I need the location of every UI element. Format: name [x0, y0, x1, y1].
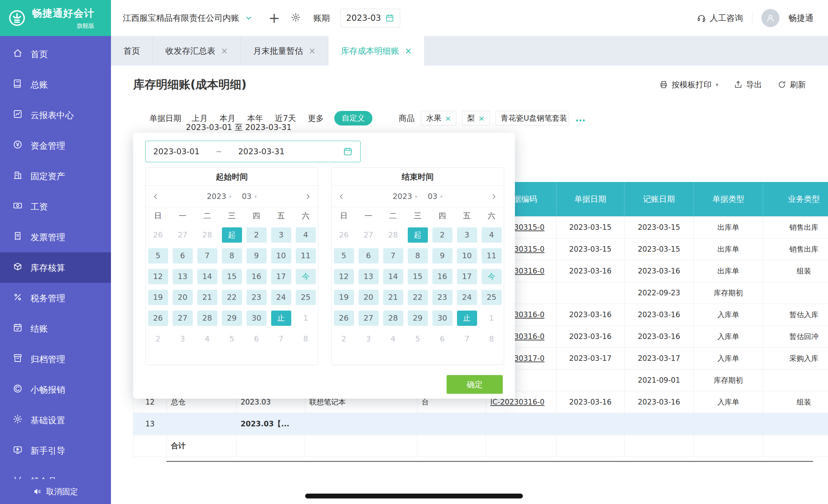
calendar-day[interactable]: 2: [244, 225, 269, 245]
tab-close-icon[interactable]: ×: [405, 46, 412, 56]
calendar-day[interactable]: 27: [170, 225, 195, 245]
calendar-day[interactable]: 16: [244, 266, 269, 287]
calendar-day[interactable]: 28: [195, 308, 219, 329]
calendar-day[interactable]: 3: [170, 329, 195, 349]
calendar-day[interactable]: 2: [146, 329, 170, 349]
calendar-day[interactable]: 8: [405, 245, 430, 266]
calendar-day[interactable]: 22: [219, 287, 244, 308]
company-select[interactable]: 江西服宝精品有限责任公司内账: [123, 12, 253, 24]
month-select[interactable]: 03▾: [242, 192, 257, 201]
calendar-day[interactable]: 止: [455, 308, 479, 329]
calendar-day[interactable]: 28: [381, 308, 405, 329]
refresh-button[interactable]: 刷新: [777, 79, 806, 90]
calendar-day[interactable]: 5: [219, 329, 244, 349]
calendar-day[interactable]: 26: [146, 308, 170, 329]
calendar-day[interactable]: 27: [356, 308, 381, 329]
calendar-day[interactable]: 6: [356, 245, 381, 266]
calendar-day[interactable]: 4: [293, 225, 318, 245]
calendar-day[interactable]: 12: [331, 266, 356, 287]
next-month-icon[interactable]: [304, 193, 312, 200]
calendar-day[interactable]: 27: [170, 308, 195, 329]
calendar-day[interactable]: 14: [381, 266, 405, 287]
calendar-day[interactable]: 25: [293, 287, 318, 308]
calendar-day[interactable]: 10: [269, 245, 293, 266]
prev-month-icon[interactable]: [338, 193, 345, 200]
prev-month-icon[interactable]: [152, 193, 159, 200]
calendar-day[interactable]: 8: [219, 245, 244, 266]
calendar-day[interactable]: 13: [356, 266, 381, 287]
sidebar-item-payroll[interactable]: 工资: [0, 191, 111, 222]
calendar-day[interactable]: 23: [430, 287, 455, 308]
custom-range-button[interactable]: 自定义: [334, 111, 372, 125]
calendar-day[interactable]: 4: [195, 329, 219, 349]
calendar-day[interactable]: 19: [331, 287, 356, 308]
calendar-day[interactable]: 26: [331, 308, 356, 329]
calendar-day[interactable]: 9: [430, 245, 455, 266]
year-select[interactable]: 2023▾: [207, 192, 231, 201]
calendar-day[interactable]: 3: [455, 225, 479, 245]
period-picker[interactable]: 2023-03: [340, 9, 400, 27]
calendar-day[interactable]: 26: [146, 225, 170, 245]
calendar-day[interactable]: 24: [455, 287, 479, 308]
calendar-day[interactable]: 15: [405, 266, 430, 287]
calendar-day[interactable]: 8: [479, 329, 504, 349]
sidebar-item-cloud-reports[interactable]: 云报表中心: [0, 100, 111, 130]
calendar-day[interactable]: 27: [356, 225, 381, 245]
calendar-day[interactable]: 7: [381, 245, 405, 266]
tab-in-out-summary[interactable]: 收发存汇总表×: [153, 36, 241, 66]
calendar-day[interactable]: 1: [479, 308, 504, 329]
sidebar-item-home[interactable]: 首页: [0, 39, 111, 69]
calendar-day[interactable]: 17: [455, 266, 479, 287]
calendar-day[interactable]: 29: [405, 308, 430, 329]
confirm-button[interactable]: 确定: [447, 375, 503, 394]
sidebar-item-inventory[interactable]: 库存核算: [0, 252, 111, 283]
next-month-icon[interactable]: [490, 193, 498, 200]
sidebar-item-invoices[interactable]: 发票管理: [0, 222, 111, 252]
calendar-day[interactable]: 9: [244, 245, 269, 266]
sidebar-item-guide[interactable]: 新手引导: [0, 435, 111, 466]
calendar-day[interactable]: 2: [430, 225, 455, 245]
calendar-day[interactable]: 22: [405, 287, 430, 308]
calendar-day[interactable]: 止: [269, 308, 293, 329]
calendar-day[interactable]: 11: [293, 245, 318, 266]
calendar-day[interactable]: 29: [219, 308, 244, 329]
calendar-day[interactable]: 8: [293, 329, 318, 349]
sidebar-item-archive[interactable]: 归档管理: [0, 344, 111, 374]
sidebar-item-settings[interactable]: 基础设置: [0, 405, 111, 435]
calendar-day[interactable]: 4: [381, 329, 405, 349]
more-tags-button[interactable]: ...: [575, 113, 586, 123]
calendar-day[interactable]: 30: [430, 308, 455, 329]
calendar-day[interactable]: 3: [269, 225, 293, 245]
calendar-day[interactable]: 28: [381, 225, 405, 245]
calendar-day[interactable]: 10: [455, 245, 479, 266]
sidebar-item-tax[interactable]: 税务管理: [0, 283, 111, 313]
sidebar-item-closing[interactable]: 结账: [0, 313, 111, 344]
calendar-day[interactable]: 1: [293, 308, 318, 329]
calendar-day[interactable]: 14: [195, 266, 219, 287]
sidebar-item-general-ledger[interactable]: 总账: [0, 69, 111, 100]
settings-gear-button[interactable]: [291, 12, 301, 24]
calendar-day[interactable]: 6: [430, 329, 455, 349]
month-select[interactable]: 03▾: [428, 192, 443, 201]
calendar-day[interactable]: 今: [293, 266, 318, 287]
calendar-day[interactable]: 21: [195, 287, 219, 308]
support-button[interactable]: 人工咨询: [697, 12, 743, 24]
calendar-day[interactable]: 24: [269, 287, 293, 308]
calendar-day[interactable]: 20: [356, 287, 381, 308]
remove-tag-icon[interactable]: ×: [445, 114, 451, 123]
year-select[interactable]: 2023▾: [393, 192, 417, 201]
date-range-input[interactable]: 2023-03-01 ~ 2023-03-31: [145, 141, 361, 162]
unpin-sidebar-button[interactable]: 取消固定: [0, 479, 111, 504]
quick-filter-button[interactable]: 更多: [308, 113, 324, 124]
calendar-day[interactable]: 21: [381, 287, 405, 308]
calendar-day[interactable]: 7: [269, 329, 293, 349]
sidebar-item-funds[interactable]: 资金管理: [0, 130, 111, 161]
tab-close-icon[interactable]: ×: [309, 46, 316, 56]
calendar-day[interactable]: 6: [170, 245, 195, 266]
sidebar-item-fixed-assets[interactable]: 固定资产: [0, 161, 111, 191]
calendar-day[interactable]: 26: [331, 225, 356, 245]
calendar-day[interactable]: 12: [146, 266, 170, 287]
calendar-day[interactable]: 17: [269, 266, 293, 287]
calendar-day[interactable]: 30: [244, 308, 269, 329]
table-row[interactable]: 132023.03【...: [133, 413, 828, 435]
